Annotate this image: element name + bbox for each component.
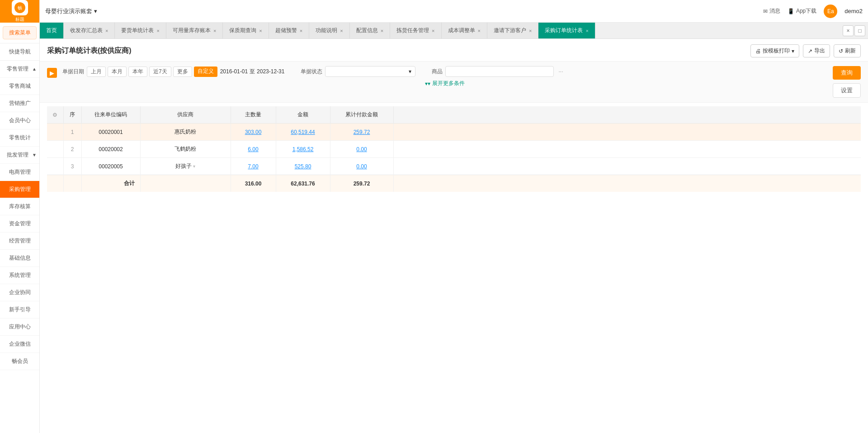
tab-config-info-close[interactable]: × — [381, 28, 383, 33]
filter-action-btns: 查询 设置 — [833, 66, 861, 98]
tab-pick-task-label: 拣货任务管理 — [396, 27, 429, 34]
footer-paid: 259.72 — [330, 175, 393, 192]
tab-function-desc-label: 功能说明 — [316, 27, 337, 34]
filter-goods-item: 商品 ··· — [432, 66, 563, 77]
qty-link-3[interactable]: 7.00 — [248, 163, 258, 170]
paid-link-3[interactable]: 0.00 — [356, 163, 367, 170]
cell-num-2: 2 — [63, 141, 81, 158]
sidebar-item-enterprise-wechat[interactable]: 企业微信 — [0, 336, 39, 353]
sidebar-item-vip[interactable]: 畅会员 — [0, 353, 39, 370]
tab-config-info[interactable]: 配置信息 × — [350, 23, 390, 39]
paid-link-1[interactable]: 259.72 — [354, 129, 370, 135]
wholesale-arrow-icon: ▼ — [32, 152, 37, 157]
sidebar-item-purchase[interactable]: 采购管理 — [0, 181, 39, 198]
filter-btn-7days[interactable]: 近7天 — [149, 67, 171, 77]
tab-invite-downstream-close[interactable]: × — [529, 28, 532, 33]
filter-btn-more[interactable]: 更多 — [173, 67, 192, 77]
settings-button[interactable]: 设置 — [833, 83, 861, 98]
print-button[interactable]: 🖨 按模板打印 ▾ — [750, 44, 799, 57]
industry-selector[interactable]: 母婴行业演示账套 ▾ — [45, 7, 97, 15]
tab-purchase-summary-close[interactable]: × — [585, 28, 588, 33]
filter-btn-this-month[interactable]: 本月 — [108, 67, 127, 77]
sidebar-item-newbie[interactable]: 新手引导 — [0, 301, 39, 319]
app-label: App下载 — [796, 7, 816, 15]
sidebar-item-app-center[interactable]: 应用中心 — [0, 319, 39, 336]
th-code: 往来单位编码 — [81, 106, 140, 124]
sidebar-item-wholesale[interactable]: 批发管理 ▼ — [0, 147, 39, 164]
tab-warranty[interactable]: 保质期查询 × — [223, 23, 269, 39]
tab-order-summary-label: 要货单统计表 — [121, 27, 154, 34]
tab-restore-btn[interactable]: □ — [854, 25, 865, 36]
amount-link-2[interactable]: 1,586.52 — [292, 146, 314, 152]
tab-close-all-btn[interactable]: × — [843, 25, 854, 36]
printer-icon: 🖨 — [755, 48, 761, 54]
th-amount: 金额 — [276, 106, 330, 124]
filter-btn-this-year[interactable]: 本年 — [128, 67, 147, 77]
filter-area: ▶ 单据日期 上月 本月 本年 近7天 更多 — [40, 62, 868, 103]
sidebar-item-inventory[interactable]: 库存核算 — [0, 198, 39, 215]
tab-warranty-label: 保质期查询 — [229, 27, 256, 34]
tab-warranty-close[interactable]: × — [259, 28, 262, 33]
tab-home[interactable]: 首页 — [40, 23, 64, 39]
paid-link-2[interactable]: 0.00 — [356, 146, 367, 152]
sidebar-item-ecommerce[interactable]: 电商管理 — [0, 164, 39, 181]
user-avatar[interactable]: Ea — [824, 5, 837, 18]
goods-input[interactable] — [445, 66, 554, 77]
qty-link-1[interactable]: 303.00 — [245, 129, 262, 135]
tab-collect-close[interactable]: × — [105, 28, 108, 33]
tab-home-label: 首页 — [46, 27, 57, 34]
tab-invite-downstream[interactable]: 邀请下游客户 × — [487, 23, 538, 39]
tab-function-desc-close[interactable]: × — [340, 28, 343, 33]
tab-order-summary[interactable]: 要货单统计表 × — [115, 23, 166, 39]
amount-link-1[interactable]: 60,519.44 — [291, 129, 315, 135]
tab-function-desc[interactable]: 功能说明 × — [309, 23, 349, 39]
cell-amount-3: 525.80 — [276, 158, 330, 175]
page-header: 采购订单统计表(按供应商) 🖨 按模板打印 ▾ ↗ 导出 ↺ 刷新 — [40, 39, 868, 62]
message-btn[interactable]: ✉ 消息 — [763, 7, 780, 15]
logo-icon: 畅 — [12, 0, 28, 15]
date-filter-label: 单据日期 — [62, 68, 84, 76]
tab-overstock[interactable]: 超储预警 × — [269, 23, 309, 39]
tab-purchase-summary[interactable]: 采购订单统计表 × — [538, 23, 595, 39]
filter-more-icon[interactable]: ··· — [558, 68, 563, 75]
query-button[interactable]: 查询 — [833, 66, 861, 80]
filter-btn-last-month[interactable]: 上月 — [87, 67, 106, 77]
tab-cost-adjust-close[interactable]: × — [478, 28, 481, 33]
amount-link-3[interactable]: 525.80 — [295, 163, 311, 170]
tab-overstock-close[interactable]: × — [300, 28, 302, 33]
sidebar-item-marketing[interactable]: 营销推广 — [0, 95, 39, 112]
sidebar-search-area: 搜索菜单 — [0, 23, 39, 43]
sidebar-item-basic-info[interactable]: 基础信息 — [0, 250, 39, 267]
footer-amount: 62,631.76 — [276, 175, 330, 192]
tab-cost-adjust[interactable]: 成本调整单 × — [442, 23, 487, 39]
sidebar-item-enterprise[interactable]: 企业协同 — [0, 284, 39, 301]
sidebar-item-member[interactable]: 会员中心 — [0, 112, 39, 129]
search-menu-button[interactable]: 搜索菜单 — [3, 26, 37, 39]
filter-expand-btn[interactable]: ▾▾ 展开更多条件 — [425, 80, 465, 87]
tab-order-summary-close[interactable]: × — [156, 28, 159, 33]
sidebar-item-finance[interactable]: 资金管理 — [0, 215, 39, 233]
export-button[interactable]: ↗ 导出 — [803, 44, 830, 57]
filter-toggle-btn[interactable]: ▶ — [47, 68, 57, 78]
username-label[interactable]: demo2 — [844, 8, 863, 14]
page-header-actions: 🖨 按模板打印 ▾ ↗ 导出 ↺ 刷新 — [750, 44, 861, 57]
table-row: 1 00020001 惠氏奶粉 303.00 60,519.44 259.72 — [47, 124, 861, 141]
tab-collect[interactable]: 收发存汇总表 × — [64, 23, 115, 39]
tab-pick-task[interactable]: 拣货任务管理 × — [390, 23, 441, 39]
sidebar-item-system[interactable]: 系统管理 — [0, 267, 39, 284]
sidebar-item-retail[interactable]: 零售管理 ▲ — [0, 61, 39, 78]
tab-available-stock[interactable]: 可用量库存账本 × — [166, 23, 223, 39]
sidebar-item-operations[interactable]: 经营管理 — [0, 233, 39, 250]
tab-available-stock-close[interactable]: × — [213, 28, 216, 33]
sidebar-item-retail-mall[interactable]: 零售商城 — [0, 78, 39, 95]
status-select[interactable]: ▾ — [325, 66, 415, 77]
dropdown-icon: ▾ — [94, 8, 97, 14]
sidebar-item-retail-stats[interactable]: 零售统计 — [0, 129, 39, 147]
refresh-button[interactable]: ↺ 刷新 — [834, 44, 861, 57]
supplier-dropdown-icon: ▾ — [193, 164, 195, 169]
tab-pick-task-close[interactable]: × — [432, 28, 434, 33]
qty-link-2[interactable]: 6.00 — [248, 146, 258, 152]
app-download-btn[interactable]: 📱 App下载 — [788, 7, 816, 15]
column-settings-icon[interactable]: ⚙ — [52, 112, 57, 118]
cell-paid-3: 0.00 — [330, 158, 393, 175]
